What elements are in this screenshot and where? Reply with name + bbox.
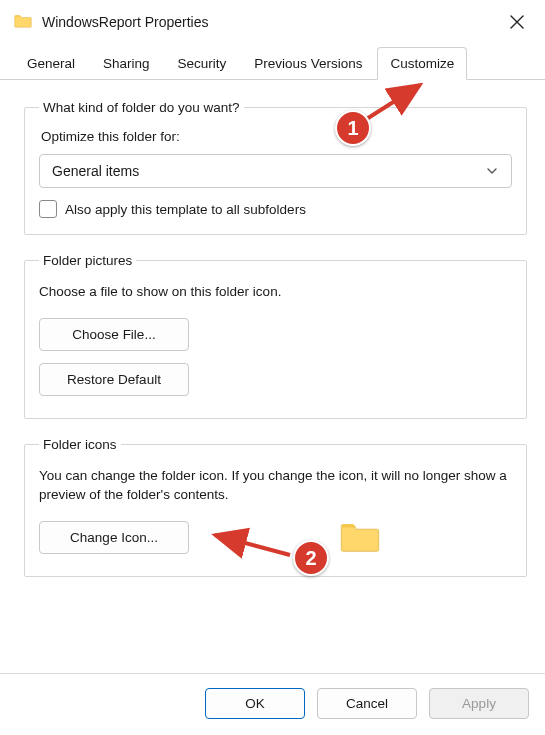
tab-general[interactable]: General [14, 47, 88, 80]
group-folder-pictures-legend: Folder pictures [39, 253, 136, 268]
change-icon-button[interactable]: Change Icon... [39, 521, 189, 554]
tab-content: What kind of folder do you want? Optimiz… [0, 80, 545, 577]
choose-file-button[interactable]: Choose File... [39, 318, 189, 351]
tab-previous-versions[interactable]: Previous Versions [241, 47, 375, 80]
tab-strip: General Sharing Security Previous Versio… [0, 42, 545, 80]
optimize-select[interactable]: General items [39, 154, 512, 188]
group-folder-kind-legend: What kind of folder do you want? [39, 100, 244, 115]
tab-sharing[interactable]: Sharing [90, 47, 163, 80]
group-folder-icons-legend: Folder icons [39, 437, 121, 452]
titlebar: WindowsReport Properties [0, 0, 545, 42]
folder-icons-desc: You can change the folder icon. If you c… [39, 466, 512, 505]
folder-pictures-desc: Choose a file to show on this folder ico… [39, 282, 512, 302]
apply-subfolders-label: Also apply this template to all subfolde… [65, 202, 306, 217]
close-button[interactable] [499, 8, 535, 36]
folder-icon [14, 13, 32, 31]
group-folder-kind: What kind of folder do you want? Optimiz… [24, 100, 527, 235]
optimize-select-value: General items [52, 163, 139, 179]
optimize-label: Optimize this folder for: [41, 129, 512, 144]
apply-button[interactable]: Apply [429, 688, 529, 719]
folder-preview-icon [339, 519, 381, 556]
tab-customize[interactable]: Customize [377, 47, 467, 80]
ok-button[interactable]: OK [205, 688, 305, 719]
close-icon [510, 15, 524, 29]
tab-security[interactable]: Security [165, 47, 240, 80]
window-title: WindowsReport Properties [42, 14, 489, 30]
chevron-down-icon [485, 164, 499, 178]
annotation-bubble-1: 1 [335, 110, 371, 146]
apply-subfolders-checkbox[interactable] [39, 200, 57, 218]
restore-default-button[interactable]: Restore Default [39, 363, 189, 396]
annotation-bubble-2: 2 [293, 540, 329, 576]
cancel-button[interactable]: Cancel [317, 688, 417, 719]
group-folder-icons: Folder icons You can change the folder i… [24, 437, 527, 577]
group-folder-pictures: Folder pictures Choose a file to show on… [24, 253, 527, 419]
dialog-footer: OK Cancel Apply [0, 673, 545, 735]
